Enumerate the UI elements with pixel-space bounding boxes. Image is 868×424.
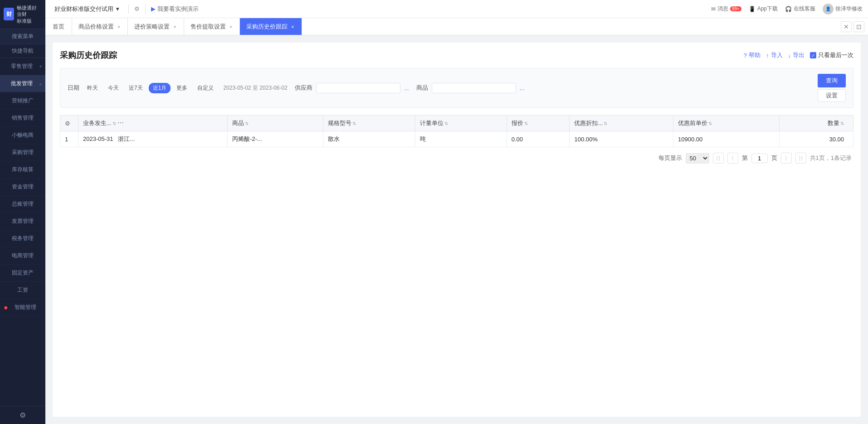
supplier-input[interactable] <box>320 85 396 92</box>
col-product[interactable]: 商品⇅ <box>228 116 323 131</box>
sidebar-item-inventory[interactable]: 库存核算 <box>0 161 45 178</box>
col-spec[interactable]: 规格型号⇅ <box>323 116 415 131</box>
tab-close-product-price[interactable]: × <box>117 23 121 30</box>
sidebar-item-marketing[interactable]: 营销推广 <box>0 92 45 110</box>
sidebar-logo: 财 畅捷通好业财 标准版 <box>0 0 45 29</box>
query-button[interactable]: 查询 <box>818 74 846 87</box>
sidebar-bottom: ⚙ <box>0 406 45 424</box>
messages-btn[interactable]: ✉ 消息 99+ <box>711 5 741 13</box>
product-input[interactable] <box>436 85 512 92</box>
chevron-down-icon: ▾ <box>39 64 42 69</box>
gear-icon[interactable]: ⚙ <box>65 120 70 127</box>
date-btn-custom[interactable]: 自定义 <box>193 83 218 93</box>
cell-spec: 散水 <box>323 131 415 147</box>
last-page-btn[interactable]: ⟩⟩ <box>795 153 806 164</box>
sidebar-item-smart[interactable]: ● 智能管理 <box>0 299 45 317</box>
supplier-more-btn[interactable]: ... <box>404 85 409 92</box>
total-info: 共1页，1条记录 <box>810 154 852 162</box>
date-btn-last1m[interactable]: 近1月 <box>149 83 171 93</box>
date-btn-last7[interactable]: 近7天 <box>125 83 147 93</box>
sidebar-item-fixed-assets[interactable]: 固定资产 <box>0 265 45 282</box>
col-qty[interactable]: 数量⇅ <box>779 116 853 131</box>
supplier-input-box[interactable] <box>316 83 400 93</box>
help-link[interactable]: ? 帮助 <box>744 51 761 59</box>
sidebar-item-tax[interactable]: 税务管理 <box>0 230 45 247</box>
product-name: 好业财标准版交付试用 <box>54 5 113 13</box>
product-selector[interactable]: 好业财标准版交付试用 ▾ <box>51 3 123 15</box>
settings-icon-wrap[interactable]: ⚙ <box>134 5 140 12</box>
demo-link[interactable]: ▶ 我要看实例演示 <box>151 5 199 13</box>
sidebar-quick-nav[interactable]: 快捷导航 <box>0 44 45 58</box>
message-icon: ✉ <box>711 6 716 12</box>
online-service-btn[interactable]: 🎧 在线客服 <box>785 5 815 13</box>
page-size-select[interactable]: 50 20 100 200 <box>686 153 709 164</box>
tab-close-purchase-strategy[interactable]: × <box>172 23 177 30</box>
date-btn-yesterday[interactable]: 昨天 <box>83 83 102 93</box>
sidebar-item-ecommerce-small[interactable]: 小畅电商 <box>0 127 45 144</box>
sidebar-item-purchase[interactable]: 采购管理 <box>0 144 45 161</box>
sidebar-item-ecommerce[interactable]: 电商管理 <box>0 247 45 265</box>
import-icon: ↑ <box>766 52 769 59</box>
topbar-right: ✉ 消息 99+ 📱 App下载 🎧 在线客服 👤 徐泽华修改 <box>711 4 863 14</box>
settings-button[interactable]: 设置 <box>818 89 846 102</box>
sort-icon: ⇅ <box>112 121 116 126</box>
cell-unit: 吨 <box>415 131 507 147</box>
user-name: 徐泽华修改 <box>835 5 863 13</box>
date-btn-today[interactable]: 今天 <box>104 83 123 93</box>
tab-price-extract[interactable]: 售价提取设置 × <box>184 18 240 35</box>
prev-page-btn[interactable]: ⟨ <box>727 153 738 164</box>
import-link[interactable]: ↑ 导入 <box>766 51 783 59</box>
sidebar-item-invoice[interactable]: 发票管理 <box>0 213 45 230</box>
tab-home[interactable]: 首页 <box>45 18 72 35</box>
tab-close-window-btn[interactable]: ✕ <box>841 21 852 32</box>
cell-discount: 100.00% <box>570 131 673 147</box>
messages-badge: 99+ <box>730 6 741 11</box>
date-btn-more[interactable]: 更多 <box>172 83 191 93</box>
page-size-label: 每页显示 <box>658 154 682 162</box>
filter-actions: 查询 设置 <box>818 74 846 102</box>
sidebar-item-sales[interactable]: 销售管理 <box>0 110 45 127</box>
question-icon: ? <box>744 52 747 59</box>
sidebar-menu: 零售管理 ▾ 批发管理 ▴ 营销推广 销售管理 小畅电商 采购管理 库存核算 资… <box>0 58 45 406</box>
tab-purchase-strategy-label: 进价策略设置 <box>134 23 170 31</box>
product-more-btn[interactable]: ... <box>520 85 525 92</box>
sidebar-item-payroll[interactable]: 工资 <box>0 282 45 299</box>
next-page-btn[interactable]: ⟩ <box>781 153 792 164</box>
tab-close-purchase-history[interactable]: × <box>290 23 295 30</box>
first-page-btn[interactable]: ⟨⟨ <box>713 153 724 164</box>
sidebar-item-wholesale[interactable]: 批发管理 ▴ <box>0 75 45 92</box>
col-gear[interactable]: ⚙ <box>60 116 78 131</box>
sidebar-item-finance[interactable]: 资金管理 <box>0 178 45 196</box>
user-menu[interactable]: 👤 徐泽华修改 <box>823 4 863 14</box>
topbar-divider2 <box>145 5 146 14</box>
cell-product: 丙烯酸-2-... <box>228 131 323 147</box>
settings-gear-icon[interactable]: ⚙ <box>20 411 26 419</box>
product-filter-group: 商品 ... <box>416 83 525 93</box>
chevron-down-icon: ▾ <box>116 5 119 12</box>
col-biz-date[interactable]: 业务发生...⇅ ⋯ <box>78 116 228 131</box>
sort-icon-spec: ⇅ <box>352 121 356 126</box>
chevron-up-icon: ▴ <box>39 81 42 86</box>
sidebar-item-general-ledger[interactable]: 总账管理 <box>0 196 45 213</box>
export-link[interactable]: ↓ 导出 <box>788 51 805 59</box>
pagination: 每页显示 50 20 100 200 ⟨⟨ ⟨ 第 页 ⟩ ⟩⟩ 共1页，1条记… <box>60 147 853 165</box>
col-dots-icon[interactable]: ⋯ <box>117 119 124 126</box>
only-last-checkbox-group[interactable]: ✓ 只看最后一次 <box>810 51 853 59</box>
page-number-input[interactable] <box>751 154 768 163</box>
col-discount[interactable]: 优惠折扣...⇅ <box>570 116 673 131</box>
col-price[interactable]: 报价⇅ <box>507 116 570 131</box>
tab-product-price[interactable]: 商品价格设置 × <box>72 18 128 35</box>
only-last-checkbox[interactable]: ✓ <box>810 52 816 58</box>
tab-purchase-strategy[interactable]: 进价策略设置 × <box>128 18 184 35</box>
tab-close-price-extract[interactable]: × <box>229 23 233 30</box>
product-input-box[interactable] <box>432 83 516 93</box>
play-icon: ▶ <box>151 5 156 12</box>
col-unit[interactable]: 计量单位⇅ <box>415 116 507 131</box>
tab-maximize-btn[interactable]: ⊡ <box>853 21 864 32</box>
sidebar-search[interactable]: 搜索菜单 <box>0 29 45 44</box>
sidebar-item-retail[interactable]: 零售管理 ▾ <box>0 58 45 75</box>
sort-icon-qty: ⇅ <box>840 121 844 126</box>
app-download-btn[interactable]: 📱 App下载 <box>749 5 778 13</box>
col-pre-discount-price[interactable]: 优惠前单价⇅ <box>673 116 780 131</box>
tab-purchase-history[interactable]: 采购历史价跟踪 × <box>240 18 302 35</box>
